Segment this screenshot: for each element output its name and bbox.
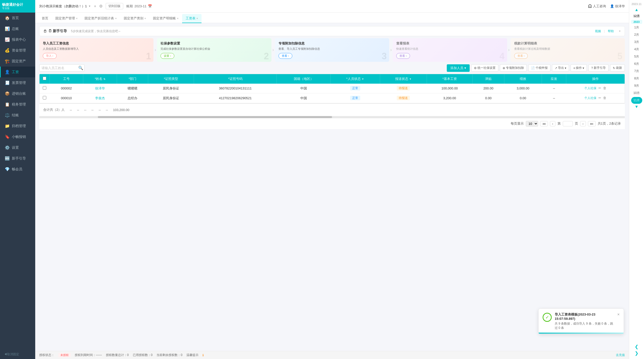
sidebar-item-inventory[interactable]: 📦 进销台账 — [0, 88, 35, 99]
sidebar-item-assets[interactable]: 🏗️ 固定资产 — [0, 56, 35, 67]
calendar-month-5[interactable]: 5月 — [631, 53, 642, 60]
tab-home[interactable]: 首页 — [38, 14, 52, 23]
calendar-month-7[interactable]: 7月 — [631, 68, 642, 75]
tab-asset-category[interactable]: 固定资产类别 × — [120, 14, 149, 23]
row1-social-insurance-link[interactable]: 个人社保 — [584, 86, 596, 90]
user-info[interactable]: 👤 徐泽华 — [610, 4, 625, 9]
toolbar-actions: 添加人员 ▾ ⚙ 统一社保设置 ⊕ 专项附加扣除 📄 个税申报 ↗ 导出 — [447, 64, 625, 72]
add-tab-icon[interactable]: + — [94, 4, 96, 9]
step-3-btn[interactable]: 查看 › — [278, 53, 292, 59]
prev-page-btn[interactable]: ‹ — [550, 121, 555, 126]
per-page-select[interactable]: 10 20 50 — [526, 121, 538, 127]
step-1-btn[interactable]: 导入 › — [43, 53, 57, 59]
tab-payroll-label: 工资表 — [186, 16, 195, 21]
row2-edit-icon[interactable]: ✏ — [598, 96, 601, 100]
calendar-month-9[interactable]: 9月 — [631, 82, 642, 89]
row1-edit-icon[interactable]: ✏ — [598, 86, 601, 90]
row1-select-checkbox[interactable] — [43, 86, 46, 90]
refresh-btn[interactable]: ↻ 刷新 — [610, 64, 625, 72]
calendar-month-11[interactable]: 11月 — [631, 97, 642, 104]
calendar-month-12[interactable]: 12月 — [631, 13, 642, 20]
calendar-month-4[interactable]: 4月 — [631, 46, 642, 53]
first-page-btn[interactable]: ⏮ — [540, 121, 548, 126]
row2-name-link[interactable]: 李俊杰 — [95, 96, 105, 100]
social-insurance-btn[interactable]: ⚙ 统一社保设置 — [471, 64, 498, 72]
sidebar-item-xiaochang[interactable]: 🔖 小畅报销 — [0, 131, 35, 142]
operation-btn[interactable]: ≡ 操作 ▾ — [571, 64, 587, 72]
tab-payroll[interactable]: 工资表 × — [182, 14, 202, 23]
total-dash-1: -- — [70, 108, 72, 112]
sidebar-item-reports[interactable]: 📈 报表中心 — [0, 34, 35, 45]
total-dash-6: -- — [106, 108, 108, 112]
per-page-label: 每页显示 — [511, 121, 524, 126]
sidebar-item-expense[interactable]: 🧾 发票管理 — [0, 77, 35, 88]
toast-close-btn[interactable]: × — [617, 312, 620, 317]
tab-fixed-assets-close[interactable]: × — [76, 17, 77, 20]
sidebar-item-archive[interactable]: 📁 归档管理 — [0, 121, 35, 131]
status-bar: 授权状态： 未授权 授权到期时间：—— 授权数量总计：0 已用授权数：0 当前剩… — [35, 351, 629, 359]
search-input[interactable] — [42, 66, 77, 70]
last-page-btn[interactable]: ⏭ — [588, 121, 596, 126]
account-selector[interactable]: 刘小艳演示账套（勿删勿动！）1 ▼ — [39, 4, 91, 9]
sidebar-item-member[interactable]: 💎 畅会员 — [0, 164, 35, 175]
page-number-input[interactable]: 1 — [563, 121, 573, 126]
sidebar-item-tax[interactable]: 📋 税务管理 — [0, 99, 35, 110]
unpin-btn[interactable]: ◀取消固定 — [0, 350, 35, 359]
sidebar-item-guide[interactable]: 🆕 新手引导 — [0, 153, 35, 164]
calendar-month-3[interactable]: 3月 — [631, 39, 642, 45]
ai-consult-btn[interactable]: 🎧 人工咨询 — [588, 4, 606, 9]
row1-name-link[interactable]: 徐泽华 — [95, 86, 105, 90]
tab-home-label: 首页 — [42, 16, 48, 21]
select-all-checkbox[interactable] — [43, 77, 46, 80]
row2-social-insurance-link[interactable]: 个人社保 — [584, 96, 596, 100]
sidebar-item-home[interactable]: 🏠 首页 — [0, 13, 35, 23]
calendar-nav-down[interactable]: ▼ — [634, 104, 639, 110]
step-5-btn[interactable]: 查看 › — [514, 53, 528, 59]
newbie-guide-btn[interactable]: ? 新手引导 — [588, 64, 609, 72]
auth-total: 授权数量总计：0 — [106, 353, 129, 357]
step-4-btn[interactable]: 查看 › — [396, 53, 410, 59]
settings-gear-icon[interactable]: ⚙ — [99, 4, 103, 9]
tab-fixed-assets[interactable]: 固定资产管理 × — [52, 14, 81, 23]
export-btn[interactable]: ↗ 导出 ▾ — [552, 64, 569, 72]
calendar-month-8[interactable]: 8月 — [631, 75, 642, 82]
tab-payroll-close[interactable]: × — [196, 17, 198, 20]
sidebar-item-finance[interactable]: 💰 资金管理 — [0, 45, 35, 56]
row2-name[interactable]: 李俊杰 — [83, 93, 117, 103]
recharge-btn[interactable]: 去充值 — [616, 353, 625, 357]
sidebar-item-settings[interactable]: ⚙️ 设置 — [0, 142, 35, 153]
period-selector[interactable]: 账期 2023-11 📅 — [126, 4, 152, 9]
calendar-month-2[interactable]: 2月 — [631, 31, 642, 38]
guide-close-btn[interactable]: × — [619, 29, 621, 33]
special-deduction-btn[interactable]: ⊕ 专项附加扣除 — [500, 64, 527, 72]
row2-op: 个人社保 ✏ 🗑 — [566, 93, 625, 103]
guide-help-btn[interactable]: 帮助 — [608, 29, 614, 33]
horizontal-scrollbar[interactable] — [39, 116, 625, 118]
account-dropdown-icon: ▼ — [88, 5, 91, 8]
step-2-btn[interactable]: 设置 › — [160, 53, 174, 59]
tax-report-btn[interactable]: 📄 个税申报 — [528, 64, 550, 72]
row1-dept: 嗯嗯嗯 — [117, 84, 148, 93]
switch-old-version-button[interactable]: 切到旧版 — [106, 3, 123, 9]
row2-select-checkbox[interactable] — [43, 96, 46, 99]
sidebar-item-ledger[interactable]: 📊 总账 — [0, 23, 35, 34]
tab-asset-detail-close[interactable]: × — [177, 17, 178, 20]
tab-asset-detail[interactable]: 固定资产明细账 × — [149, 14, 182, 23]
tab-depreciation[interactable]: 固定资产折旧统计表 × — [81, 14, 120, 23]
calendar-prev-icon[interactable]: ❮ — [635, 344, 638, 349]
calendar-next-icon[interactable]: ❯ — [635, 350, 638, 356]
calendar-month-1[interactable]: 1月 — [631, 24, 642, 31]
calendar-month-6[interactable]: 6月 — [631, 61, 642, 67]
calendar-nav-up[interactable]: ▲ — [634, 7, 639, 13]
guide-video-btn[interactable]: 视频 — [595, 29, 601, 33]
sidebar-item-close[interactable]: ⚖️ 结账 — [0, 110, 35, 121]
sidebar-item-payroll[interactable]: 👤 工资 — [0, 67, 35, 77]
next-page-btn[interactable]: › — [580, 121, 586, 126]
row1-delete-icon[interactable]: 🗑 — [603, 86, 606, 90]
tab-asset-category-close[interactable]: × — [144, 17, 146, 20]
add-person-button[interactable]: 添加人员 ▾ — [447, 64, 470, 72]
row2-delete-icon[interactable]: 🗑 — [603, 96, 606, 100]
tab-depreciation-close[interactable]: × — [115, 17, 116, 20]
calendar-month-10[interactable]: 10月 — [631, 90, 642, 96]
row1-name[interactable]: 徐泽华 — [83, 84, 117, 93]
